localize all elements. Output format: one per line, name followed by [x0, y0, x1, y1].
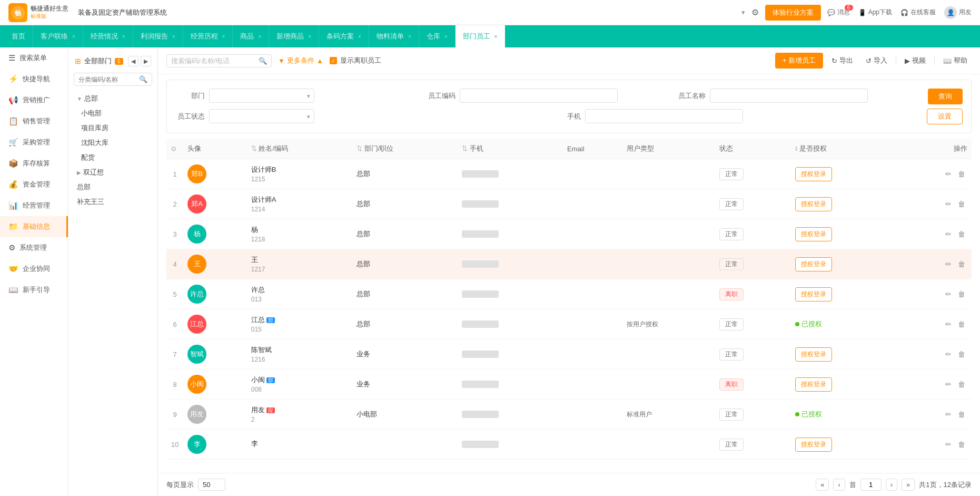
tab-barcode[interactable]: 条码方案 × [319, 25, 369, 47]
tab-warehouse[interactable]: 仓库 × [419, 25, 456, 47]
import-btn[interactable]: ↺ 导入 [862, 54, 892, 67]
sidebar-item-basic[interactable]: 📁 基础信息 [0, 216, 68, 237]
first-page-btn[interactable]: « [816, 479, 829, 491]
sidebar-item-finance[interactable]: 💰 资金管理 [0, 174, 68, 195]
edit-button[interactable]: ✏ [943, 169, 954, 179]
delete-button[interactable]: 🗑 [956, 349, 967, 359]
prev-page-btn[interactable]: ‹ [833, 479, 845, 491]
delete-button[interactable]: 🗑 [956, 409, 967, 420]
tab-close-employee[interactable]: × [494, 34, 498, 40]
nav-dropdown-btn[interactable]: ▾ [741, 8, 745, 16]
trial-button[interactable]: 体验行业方案 [765, 5, 821, 21]
settings-icon[interactable]: ⚙ [751, 7, 759, 17]
tab-close-profit[interactable]: × [172, 34, 175, 40]
edit-button[interactable]: ✏ [943, 439, 954, 450]
emp-code-input[interactable] [460, 89, 618, 103]
tab-employee[interactable]: 部门员工 × [456, 25, 506, 47]
delete-button[interactable]: 🗑 [956, 259, 967, 269]
auth-login-button[interactable]: 授权登录 [795, 287, 832, 302]
user-btn[interactable]: 👤 用友 [944, 6, 972, 19]
tab-close-customer[interactable]: × [72, 34, 75, 40]
sidebar-item-operation[interactable]: 📊 经营管理 [0, 195, 68, 216]
tab-profit[interactable]: 利润报告 × [133, 25, 183, 47]
auth-login-button[interactable]: 授权登录 [795, 347, 832, 362]
phone-input[interactable] [585, 109, 743, 123]
last-page-btn[interactable]: » [902, 479, 915, 491]
sidebar-item-cooperation[interactable]: 🤝 企业协同 [0, 258, 68, 279]
edit-button[interactable]: ✏ [943, 349, 954, 359]
dept-search-icon[interactable]: 🔍 [139, 75, 147, 83]
sidebar-item-marketing[interactable]: 📢 营销推广 [0, 90, 68, 111]
auth-login-button[interactable]: 授权登录 [795, 167, 832, 181]
tab-close-barcode[interactable]: × [358, 34, 361, 40]
tab-close-operation[interactable]: × [122, 34, 125, 40]
tab-close-materials[interactable]: × [408, 34, 411, 40]
dept-item-buchong[interactable]: 补充王三 [68, 194, 157, 209]
view-btn[interactable]: ▶ 视频 [900, 54, 930, 67]
emp-name-input[interactable] [710, 89, 868, 103]
message-btn[interactable]: 💬 消息 6 [827, 8, 850, 17]
edit-button[interactable]: ✏ [943, 409, 954, 420]
th-dept[interactable]: ⇅ 部门/职位 [352, 139, 458, 159]
tab-home[interactable]: 首页 [4, 25, 33, 47]
tab-close-warehouse[interactable]: × [444, 34, 448, 40]
auth-login-button[interactable]: 授权登录 [795, 377, 832, 392]
sidebar-item-search[interactable]: ☰ 搜索菜单 [0, 47, 68, 69]
export-btn[interactable]: ↻ 导出 [827, 54, 857, 67]
sidebar-item-sales[interactable]: 📋 销售管理 [0, 111, 68, 132]
auth-login-button[interactable]: 授权登录 [795, 257, 832, 271]
delete-button[interactable]: 🗑 [956, 319, 967, 329]
filter-more-btn[interactable]: ▼ 更多条件 ▲ [278, 56, 323, 65]
next-page-btn[interactable]: › [886, 479, 897, 491]
dept-expand-btn[interactable]: ◀ [128, 56, 138, 66]
edit-button[interactable]: ✏ [943, 289, 954, 299]
th-name[interactable]: ⇅ 姓名/编码 [247, 139, 352, 159]
tab-goods[interactable]: 商品 × [233, 25, 269, 47]
edit-button[interactable]: ✏ [943, 229, 954, 239]
dept-item-shenyang[interactable]: 沈阳大库 [68, 135, 157, 150]
page-input[interactable] [860, 479, 882, 491]
th-phone[interactable]: ⇅ 手机 [458, 139, 563, 159]
dept-item-shuangliao[interactable]: ▶ 双辽想 [68, 165, 157, 180]
sidebar-item-system[interactable]: ⚙ 系统管理 [0, 237, 68, 258]
delete-button[interactable]: 🗑 [956, 379, 967, 390]
dept-item-zongbu[interactable]: 总部 [68, 180, 157, 194]
tab-materials[interactable]: 物料清单 × [369, 25, 419, 47]
delete-button[interactable]: 🗑 [956, 439, 967, 450]
sidebar-item-purchase[interactable]: 🛒 采购管理 [0, 132, 68, 153]
page-size-select[interactable]: 50 100 [198, 479, 225, 491]
settings-icon[interactable]: ⚙ [171, 145, 177, 153]
tab-close-newgoods[interactable]: × [308, 34, 311, 40]
search-icon[interactable]: 🔍 [259, 57, 267, 65]
search-input[interactable] [171, 57, 255, 65]
show-ex-employees[interactable]: 显示离职员工 [330, 56, 381, 65]
tab-operation[interactable]: 经营情况 × [83, 25, 133, 47]
online-service-btn[interactable]: 🎧 在线客服 [900, 8, 936, 17]
dept-item-xiaodian[interactable]: 小电部 [68, 106, 157, 121]
dept-item-project[interactable]: 项目库房 [68, 121, 157, 135]
dept-search-input[interactable] [78, 76, 136, 83]
add-employee-button[interactable]: + 新增员工 [775, 53, 823, 69]
edit-button[interactable]: ✏ [943, 379, 954, 390]
delete-button[interactable]: 🗑 [956, 229, 967, 239]
query-button[interactable]: 查询 [928, 89, 963, 104]
delete-button[interactable]: 🗑 [956, 169, 967, 179]
tab-close-process[interactable]: × [222, 34, 225, 40]
sidebar-item-nav[interactable]: ⚡ 快捷导航 [0, 69, 68, 90]
edit-button[interactable]: ✏ [943, 199, 954, 209]
tab-close-goods[interactable]: × [258, 34, 261, 40]
app-download-btn[interactable]: 📱 App下载 [858, 8, 892, 17]
auth-login-button[interactable]: 授权登录 [795, 197, 832, 211]
delete-button[interactable]: 🗑 [956, 199, 967, 209]
delete-button[interactable]: 🗑 [956, 289, 967, 299]
help-btn[interactable]: 📖 帮助 [939, 54, 972, 67]
dept-item-head[interactable]: ▼ 总部 [68, 91, 157, 106]
edit-button[interactable]: ✏ [943, 319, 954, 329]
show-ex-checkbox[interactable] [330, 57, 337, 64]
tab-process[interactable]: 经营历程 × [183, 25, 233, 47]
auth-login-button[interactable]: 授权登录 [795, 437, 832, 452]
dept-collapse-btn[interactable]: ▶ [141, 56, 151, 66]
sidebar-item-inventory[interactable]: 📦 库存核算 [0, 153, 68, 174]
dept-item-distribution[interactable]: 配货 [68, 150, 157, 165]
tab-customer[interactable]: 客户联络 × [33, 25, 83, 47]
